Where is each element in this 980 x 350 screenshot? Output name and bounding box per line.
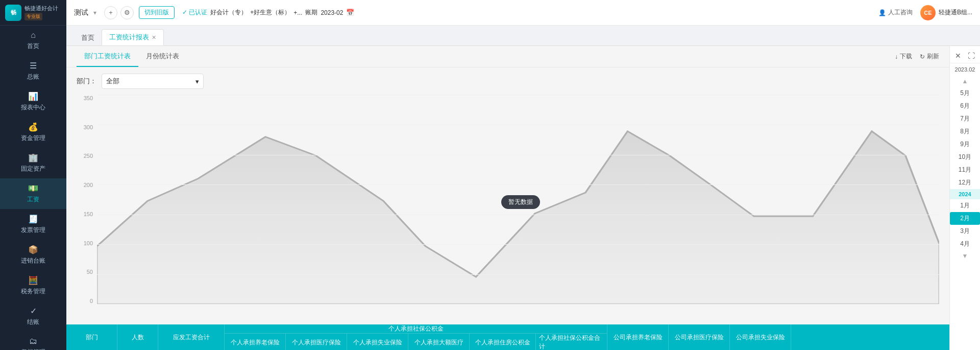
sidebar-item-sales[interactable]: 📦 进销台账 — [0, 240, 66, 270]
consult-label: 人工咨询 — [888, 8, 913, 17]
refresh-button[interactable]: ↻ 刷新 — [920, 52, 939, 61]
period-value: 2023-02 — [321, 9, 343, 16]
switch-old-version-button[interactable]: 切到旧版 — [139, 6, 175, 19]
sidebar-item-label: 固定资产 — [21, 165, 45, 173]
topbar-right: 👤 人工咨询 CE 轻捷通B组... — [878, 5, 972, 20]
panel-down-arrow[interactable]: ▼ — [960, 250, 970, 262]
home-icon: ⌂ — [31, 31, 36, 40]
subtab-monthly[interactable]: 月份统计表 — [138, 46, 187, 67]
table-footer: 部门 人数 应发工资合计 个人承担社保公积金 个人承担养老保险 个人承担医疗保险… — [66, 324, 949, 350]
topbar: 测试 ▾ + ⚙ 切到旧版 ✓ 已认证 好会计（专） +好生意（标） +... … — [66, 0, 980, 26]
y-label-100: 100 — [84, 240, 93, 246]
panel-month-10[interactable]: 10月 — [950, 151, 980, 164]
panel-month-1[interactable]: 1月 — [950, 199, 980, 212]
sidebar-item-invoice[interactable]: 🧾 发票管理 — [0, 209, 66, 240]
filter-label: 部门： — [77, 77, 96, 86]
col-company-unemployment: 公司承担失业保险 — [730, 324, 791, 350]
chart-plot: 暂无数据 — [97, 95, 939, 304]
subtab-monthly-label: 月份统计表 — [146, 52, 179, 60]
sidebar-item-tax[interactable]: 🧮 税务管理 — [0, 270, 66, 301]
col-personal-major-medical: 个人承担大额医疗 — [408, 334, 470, 350]
col-personal-medical: 个人承担医疗保险 — [286, 334, 347, 350]
reports-icon: 📊 — [28, 91, 38, 101]
salary-icon: 💵 — [28, 183, 38, 193]
subtab-actions: ↓ 下载 ↻ 刷新 — [895, 52, 939, 61]
panel-month-6[interactable]: 6月 — [950, 100, 980, 112]
download-button[interactable]: ↓ 下载 — [895, 52, 912, 61]
panel-month-3[interactable]: 3月 — [950, 225, 980, 238]
tab-home[interactable]: 首页 — [74, 30, 102, 45]
sidebar-item-assets[interactable]: 🏢 固定资产 — [0, 148, 66, 178]
subtab-bar: 部门工资统计表 月份统计表 ↓ 下载 ↻ 刷新 — [66, 46, 949, 67]
subtab-dept-label: 部门工资统计表 — [84, 52, 131, 60]
main-content-area: 部门工资统计表 月份统计表 ↓ 下载 ↻ 刷新 — [66, 46, 949, 350]
cert-tag: ✓ 已认证 — [182, 8, 207, 17]
invoice-icon: 🧾 — [28, 214, 38, 224]
panel-month-9[interactable]: 9月 — [950, 138, 980, 151]
panel-month-8[interactable]: 8月 — [950, 125, 980, 138]
panel-month-2[interactable]: 2月 — [950, 212, 980, 225]
ledger-icon: ☰ — [30, 61, 37, 71]
sidebar-item-salary[interactable]: 💵 工资 — [0, 178, 66, 209]
sidebar-item-closing[interactable]: ✓ 结账 — [0, 301, 66, 332]
user-avatar: CE — [920, 5, 936, 20]
sidebar-item-archive[interactable]: 🗂 归档管理 — [0, 332, 66, 350]
panel-up-arrow[interactable]: ▲ — [960, 76, 970, 87]
panel-month-4[interactable]: 4月 — [950, 238, 980, 250]
sidebar-nav: ⌂ 首页 ☰ 总账 📊 报表中心 💰 资金管理 🏢 固定资产 💵 工资 🧾 发票… — [0, 26, 66, 350]
y-label-150: 150 — [84, 211, 93, 217]
sidebar-item-label: 资金管理 — [21, 134, 45, 143]
tabbar: 首页 工资统计报表 ✕ — [66, 26, 980, 46]
tab-salary-report[interactable]: 工资统计报表 ✕ — [102, 29, 164, 45]
download-label: 下载 — [900, 52, 912, 61]
panel-month-12[interactable]: 12月 — [950, 176, 980, 189]
panel-month-5[interactable]: 5月 — [950, 87, 980, 100]
sidebar-item-ledger[interactable]: ☰ 总账 — [0, 56, 66, 86]
chart-container: 350 300 250 200 150 100 50 0 — [77, 95, 939, 319]
grid-line-150 — [97, 215, 939, 215]
logo-badge: 专业版 — [24, 13, 42, 20]
grid-line-100 — [97, 244, 939, 245]
refresh-icon: ↻ — [920, 53, 925, 60]
main: 测试 ▾ + ⚙ 切到旧版 ✓ 已认证 好会计（专） +好生意（标） +... … — [66, 0, 980, 350]
tab-salary-report-label: 工资统计报表 — [109, 33, 149, 42]
subtab-dept[interactable]: 部门工资统计表 — [77, 46, 138, 67]
panel-close-button[interactable]: ✕ — [955, 52, 961, 60]
logo-icon: 畅 — [5, 5, 21, 21]
group-header-personal: 个人承担社保公积金 — [225, 324, 607, 334]
sidebar: 畅 畅捷通好会计 专业版 ⌂ 首页 ☰ 总账 📊 报表中心 💰 资金管理 🏢 固… — [0, 0, 66, 350]
col-personal-unemployment: 个人承担失业保险 — [347, 334, 408, 350]
col-group-personal: 个人承担社保公积金 个人承担养老保险 个人承担医疗保险 个人承担失业保险 个人承… — [225, 324, 607, 350]
settings-button[interactable]: ⚙ — [120, 6, 134, 19]
sidebar-item-label: 进销台账 — [21, 256, 45, 265]
funds-icon: 💰 — [28, 122, 38, 132]
sidebar-item-label: 发票管理 — [21, 226, 45, 235]
calendar-icon[interactable]: 📅 — [346, 9, 354, 16]
col-company-pension: 公司承担养老保险 — [607, 324, 669, 350]
sidebar-item-label: 首页 — [27, 42, 39, 51]
sidebar-item-funds[interactable]: 💰 资金管理 — [0, 117, 66, 148]
user-menu[interactable]: CE 轻捷通B组... — [920, 5, 972, 20]
panel-expand-button[interactable]: ⛶ — [968, 52, 975, 60]
sidebar-item-label: 报表中心 — [21, 103, 45, 112]
grid-line-50 — [97, 274, 939, 275]
y-label-200: 200 — [84, 182, 93, 188]
user-name: 轻捷通B组... — [939, 8, 972, 17]
panel-year[interactable]: 2023.02 — [950, 63, 980, 76]
main-with-panel: 部门工资统计表 月份统计表 ↓ 下载 ↻ 刷新 — [66, 46, 980, 350]
filter-bar: 部门： 全部 ▾ — [66, 67, 949, 95]
tab-home-label: 首页 — [81, 33, 94, 42]
sidebar-item-reports[interactable]: 📊 报表中心 — [0, 86, 66, 117]
consult-button[interactable]: 👤 人工咨询 — [878, 8, 913, 17]
add-button[interactable]: + — [104, 6, 117, 19]
grid-line-200 — [97, 184, 939, 185]
tax-icon: 🧮 — [28, 275, 38, 285]
panel-year-2024[interactable]: 2024 — [950, 189, 980, 199]
panel-month-7[interactable]: 7月 — [950, 112, 980, 125]
dept-filter-select[interactable]: 全部 ▾ — [102, 74, 204, 89]
sidebar-item-home[interactable]: ⌂ 首页 — [0, 26, 66, 56]
tab-close-icon[interactable]: ✕ — [152, 34, 156, 41]
panel-month-11[interactable]: 11月 — [950, 164, 980, 176]
col-personal-housing: 个人承担住房公积金 — [470, 334, 536, 350]
project-chevron-icon[interactable]: ▾ — [93, 9, 96, 16]
